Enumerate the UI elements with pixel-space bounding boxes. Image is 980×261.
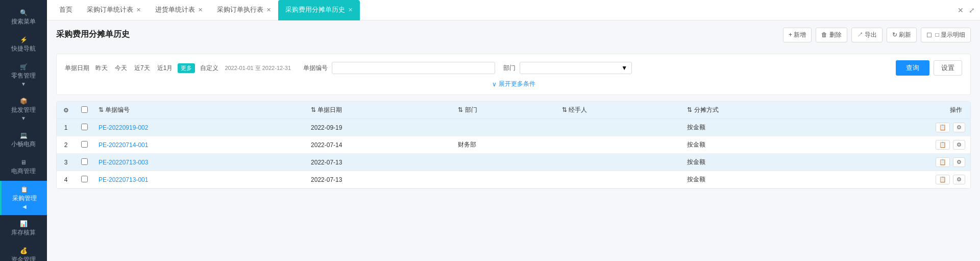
refresh-button[interactable]: ↻ 刷新 bbox=[887, 28, 917, 42]
row-checkbox[interactable] bbox=[81, 158, 88, 165]
row-view-button[interactable]: 📋 bbox=[936, 157, 950, 167]
tab-inbound-stats-close[interactable]: ✕ bbox=[198, 0, 203, 20]
select-all-checkbox[interactable] bbox=[81, 106, 88, 113]
tab-fullscreen-icon[interactable]: ⤢ bbox=[969, 6, 975, 14]
retail-chevron-icon: ▼ bbox=[21, 81, 26, 87]
sidebar-item-ecommerce-label: 电商管理 bbox=[2, 167, 45, 176]
date-shortcut-yesterday[interactable]: 昨天 bbox=[93, 63, 110, 74]
date-shortcut-more[interactable]: 更多 bbox=[178, 63, 195, 73]
row-number: PE-20220714-001 bbox=[93, 136, 306, 154]
row-index: 4 bbox=[57, 171, 75, 188]
row-method: 按金额 bbox=[682, 171, 829, 188]
date-shortcut-7days[interactable]: 近7天 bbox=[132, 63, 152, 74]
sidebar-item-purchase-label: 采购管理 bbox=[4, 194, 45, 203]
expand-row[interactable]: ∨ 展开更多条件 bbox=[65, 80, 962, 88]
row-dept bbox=[453, 119, 556, 136]
row-handler bbox=[557, 119, 682, 136]
date-shortcuts: 昨天 今天 近7天 近1月 更多 自定义 bbox=[93, 63, 220, 74]
table-row: 1 PE-20220919-002 2022-09-19 按金额 📋 ⚙ bbox=[57, 119, 970, 136]
row-actions: 📋 ⚙ bbox=[829, 154, 970, 171]
add-button[interactable]: + 新增 bbox=[783, 28, 812, 42]
tab-purchase-order-stats-label: 采购订单统计表 bbox=[87, 0, 133, 20]
row-checkbox-cell[interactable] bbox=[75, 119, 93, 136]
sidebar-item-finance[interactable]: 💰 资金管理 bbox=[0, 242, 47, 261]
sidebar-item-finance-label: 资金管理 bbox=[2, 255, 45, 261]
wholesale-icon: 📦 bbox=[2, 98, 45, 105]
row-more-button[interactable]: ⚙ bbox=[953, 123, 965, 132]
sidebar-item-purchase[interactable]: 📋 采购管理 ◀ bbox=[0, 181, 47, 215]
sidebar-item-inventory-label: 库存核算 bbox=[2, 228, 45, 237]
col-handler: ⇅ 经手人 bbox=[557, 102, 682, 119]
table-header-row: ⚙ ⇅ 单据编号 ⇅ 单据日期 bbox=[57, 102, 970, 119]
sidebar-item-ecommerce[interactable]: 🖥 电商管理 bbox=[0, 154, 47, 181]
tab-purchase-order-stats-close[interactable]: ✕ bbox=[136, 0, 141, 20]
col-sort-icon: ⇅ bbox=[99, 106, 104, 113]
chevron-down-icon: ∨ bbox=[492, 81, 497, 88]
dept-select[interactable]: ▼ bbox=[520, 62, 632, 74]
date-shortcut-1month[interactable]: 近1月 bbox=[155, 63, 175, 74]
row-index: 3 bbox=[57, 154, 75, 171]
date-label: 单据日期 bbox=[65, 64, 89, 73]
row-checkbox[interactable] bbox=[81, 141, 88, 148]
tab-home[interactable]: 首页 bbox=[52, 0, 80, 20]
tab-cost-split-history-close[interactable]: ✕ bbox=[348, 0, 353, 20]
row-checkbox[interactable] bbox=[81, 124, 88, 130]
sidebar-item-retail[interactable]: 🛒 零售管理 ▼ bbox=[0, 58, 47, 92]
tab-inbound-stats[interactable]: 进货单统计表 ✕ bbox=[148, 0, 210, 20]
gear-icon[interactable]: ⚙ bbox=[63, 107, 69, 114]
col-number: ⇅ 单据编号 bbox=[93, 102, 306, 119]
row-date: 2022-07-13 bbox=[306, 171, 453, 188]
search-area: 单据日期 昨天 今天 近7天 近1月 更多 自定义 2022-01-01 至 2… bbox=[56, 54, 971, 95]
date-shortcut-custom[interactable]: 自定义 bbox=[198, 63, 220, 74]
row-number-link[interactable]: PE-20220713-003 bbox=[99, 159, 148, 166]
sidebar-item-inventory[interactable]: 📊 库存核算 bbox=[0, 215, 47, 242]
row-date: 2022-09-19 bbox=[306, 119, 453, 136]
dept-field: 部门 ▼ bbox=[503, 62, 632, 74]
row-checkbox-cell[interactable] bbox=[75, 154, 93, 171]
sidebar-item-wholesale[interactable]: 📦 批发管理 ▼ bbox=[0, 92, 47, 127]
tab-cost-split-history-label: 采购费用分摊单历史 bbox=[285, 0, 345, 20]
row-checkbox-cell[interactable] bbox=[75, 136, 93, 154]
row-number-link[interactable]: PE-20220713-001 bbox=[99, 176, 148, 183]
toolbar: + 新增 🗑 删除 ↗ 导出 ↻ 刷新 ☐ □ 显示明细 bbox=[783, 28, 971, 42]
col-gear[interactable]: ⚙ bbox=[57, 102, 75, 119]
date-field: 单据日期 昨天 今天 近7天 近1月 更多 自定义 bbox=[65, 63, 220, 74]
col-checkbox[interactable] bbox=[75, 102, 93, 119]
show-detail-label: □ 显示明细 bbox=[935, 31, 965, 39]
col-date: ⇅ 单据日期 bbox=[306, 102, 453, 119]
setting-button[interactable]: 设置 bbox=[934, 60, 962, 76]
tab-purchase-order-stats[interactable]: 采购订单统计表 ✕ bbox=[80, 0, 148, 20]
row-more-button[interactable]: ⚙ bbox=[953, 157, 965, 167]
show-detail-button[interactable]: ☐ □ 显示明细 bbox=[921, 28, 971, 42]
sidebar-item-quicknav[interactable]: ⚡ 快捷导航 bbox=[0, 31, 47, 58]
sidebar-item-ecommerce-small[interactable]: 💻 小畅电商 bbox=[0, 127, 47, 154]
sidebar-item-quicknav-label: 快捷导航 bbox=[2, 44, 45, 53]
row-more-button[interactable]: ⚙ bbox=[953, 175, 965, 184]
col-date-sort-icon: ⇅ bbox=[311, 106, 316, 113]
row-view-button[interactable]: 📋 bbox=[936, 123, 950, 132]
number-input[interactable] bbox=[332, 62, 495, 74]
tab-close-all-icon[interactable]: ✕ bbox=[958, 6, 964, 14]
quicknav-icon: ⚡ bbox=[2, 36, 45, 43]
expand-label: 展开更多条件 bbox=[499, 80, 535, 88]
row-view-button[interactable]: 📋 bbox=[936, 140, 950, 150]
tab-cost-split-history[interactable]: 采购费用分摊单历史 ✕ bbox=[278, 0, 360, 20]
row-more-button[interactable]: ⚙ bbox=[953, 140, 965, 150]
row-number-link[interactable]: PE-20220919-002 bbox=[99, 124, 148, 131]
row-checkbox-cell[interactable] bbox=[75, 171, 93, 188]
row-view-button[interactable]: 📋 bbox=[936, 175, 950, 184]
tab-purchase-exec-close[interactable]: ✕ bbox=[266, 0, 271, 20]
sidebar-item-search[interactable]: 🔍 搜索菜单 bbox=[0, 4, 47, 31]
delete-button[interactable]: 🗑 删除 bbox=[816, 28, 847, 42]
date-shortcut-today[interactable]: 今天 bbox=[113, 63, 129, 74]
col-dept: ⇅ 部门 bbox=[453, 102, 556, 119]
search-button[interactable]: 查询 bbox=[896, 60, 929, 76]
row-dept bbox=[453, 171, 556, 188]
inventory-icon: 📊 bbox=[2, 220, 45, 227]
main-area: 首页 采购订单统计表 ✕ 进货单统计表 ✕ 采购订单执行表 ✕ 采购费用分摊单历… bbox=[47, 0, 980, 261]
tab-purchase-exec[interactable]: 采购订单执行表 ✕ bbox=[210, 0, 278, 20]
data-table: ⚙ ⇅ 单据编号 ⇅ 单据日期 bbox=[56, 101, 971, 189]
row-checkbox[interactable] bbox=[81, 176, 88, 182]
export-button[interactable]: ↗ 导出 bbox=[851, 28, 883, 42]
row-number-link[interactable]: PE-20220714-001 bbox=[99, 141, 148, 149]
